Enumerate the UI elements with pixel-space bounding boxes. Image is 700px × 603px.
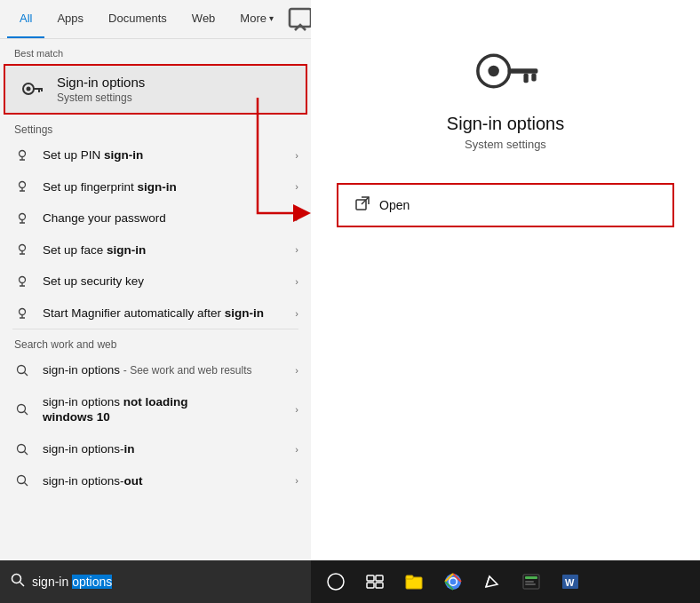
red-arrow-indicator: [240, 89, 311, 251]
best-match-label: Best match: [0, 39, 311, 64]
svg-rect-24: [531, 74, 536, 82]
search-bar-icon: [11, 573, 25, 591]
svg-rect-41: [525, 576, 537, 579]
taskbar-chrome-icon[interactable]: [435, 564, 471, 599]
svg-point-16: [18, 444, 26, 452]
tab-apps[interactable]: Apps: [44, 0, 96, 38]
tab-more[interactable]: More ▾: [227, 0, 286, 38]
svg-line-19: [25, 483, 28, 487]
web-item-1-text: sign-in options - See work and web resul…: [43, 362, 284, 378]
chevron-right-icon-9: ›: [295, 444, 298, 455]
svg-line-28: [20, 583, 25, 587]
right-panel: Sign-in options System settings Open: [311, 0, 700, 560]
magnifier-icon: [12, 306, 32, 321]
svg-rect-23: [523, 74, 528, 83]
search-web-icon-4: [12, 474, 32, 487]
svg-rect-42: [525, 581, 534, 583]
svg-point-38: [450, 579, 457, 585]
taskbar-feather-icon[interactable]: [513, 564, 549, 599]
chevron-right-icon-10: ›: [295, 475, 298, 486]
tab-documents[interactable]: Documents: [96, 0, 179, 38]
search-bar: [0, 560, 311, 603]
list-item-magnifier[interactable]: Start Magnifier automatically after sign…: [0, 298, 311, 329]
security-key-text: Set up security key: [43, 274, 284, 290]
magnifier-text: Start Magnifier automatically after sign…: [43, 305, 284, 321]
panel-content: Best match Sign-in options System settin…: [0, 39, 311, 560]
signin-options-icon: [18, 77, 46, 102]
svg-point-2: [27, 86, 31, 91]
search-web-icon-1: [12, 364, 32, 377]
list-item-web-1[interactable]: sign-in options - See work and web resul…: [0, 354, 311, 386]
svg-line-13: [25, 373, 28, 377]
svg-point-6: [20, 150, 26, 156]
best-match-title: Sign-in options: [57, 75, 293, 90]
pin-icon: [12, 148, 32, 163]
face-icon: [12, 242, 32, 257]
svg-line-17: [25, 451, 28, 455]
list-item-web-4[interactable]: sign-in options-out ›: [0, 465, 311, 497]
search-panel: All Apps Documents Web More ▾: [0, 0, 311, 560]
web-item-3-text: sign-in options-in: [43, 441, 284, 457]
svg-point-14: [18, 405, 26, 413]
svg-point-9: [20, 245, 26, 251]
chevron-right-icon-5: ›: [295, 276, 298, 287]
svg-point-18: [18, 476, 26, 484]
svg-rect-30: [367, 575, 374, 581]
svg-point-8: [20, 213, 26, 219]
web-item-2-text: sign-in options not loadingwindows 10: [43, 394, 284, 425]
taskbar-word-icon[interactable]: W: [553, 564, 588, 599]
list-item-web-2[interactable]: sign-in options not loadingwindows 10 ›: [0, 386, 311, 433]
taskbar: W: [311, 560, 700, 603]
taskbar-explorer-icon[interactable]: [396, 564, 432, 599]
tab-web[interactable]: Web: [179, 0, 228, 38]
svg-rect-43: [525, 583, 536, 585]
svg-rect-35: [406, 575, 413, 579]
chevron-down-icon: ▾: [269, 13, 274, 23]
svg-point-10: [20, 276, 26, 282]
right-panel-subtitle: System settings: [465, 138, 546, 151]
svg-point-11: [20, 308, 26, 314]
list-item-security-key[interactable]: Set up security key ›: [0, 266, 311, 298]
large-key-icon: [470, 36, 541, 107]
svg-point-27: [12, 575, 21, 583]
chevron-right-icon-6: ›: [295, 308, 298, 319]
svg-line-26: [362, 197, 369, 204]
tab-all[interactable]: All: [7, 0, 44, 38]
open-label: Open: [379, 198, 410, 212]
right-panel-title: Sign-in options: [447, 114, 564, 134]
svg-rect-32: [367, 583, 374, 588]
search-web-icon-3: [12, 443, 32, 456]
taskbar-taskview-icon[interactable]: [357, 564, 393, 599]
svg-rect-22: [508, 68, 538, 73]
chevron-right-icon-7: ›: [295, 365, 298, 376]
fingerprint-icon: [12, 179, 32, 194]
svg-point-29: [328, 574, 344, 590]
search-web-label: Search work and web: [0, 329, 311, 354]
taskbar-circle-icon[interactable]: [318, 564, 354, 599]
security-key-icon: [12, 274, 32, 289]
list-item-web-3[interactable]: sign-in options-in ›: [0, 433, 311, 465]
svg-text:W: W: [565, 577, 575, 588]
web-item-4-text: sign-in options-out: [43, 473, 284, 489]
svg-rect-33: [376, 583, 383, 588]
svg-rect-31: [376, 575, 383, 581]
svg-point-21: [488, 66, 498, 76]
tabs-left: All Apps Documents Web More ▾: [7, 0, 286, 38]
open-icon: [354, 195, 370, 215]
taskbar-pen-icon[interactable]: [474, 564, 510, 599]
chevron-right-icon-8: ›: [295, 404, 298, 415]
password-icon: [12, 211, 32, 226]
svg-line-39: [486, 576, 489, 587]
svg-point-12: [18, 366, 26, 374]
search-input[interactable]: [32, 575, 300, 589]
open-button-wrapper: Open: [337, 183, 674, 227]
svg-line-15: [25, 412, 28, 416]
open-button[interactable]: Open: [338, 185, 672, 226]
svg-point-7: [20, 182, 26, 188]
tabs-bar: All Apps Documents Web More ▾: [0, 0, 311, 39]
search-web-icon-2: [12, 403, 32, 416]
right-icon-area: Sign-in options System settings: [447, 36, 564, 151]
